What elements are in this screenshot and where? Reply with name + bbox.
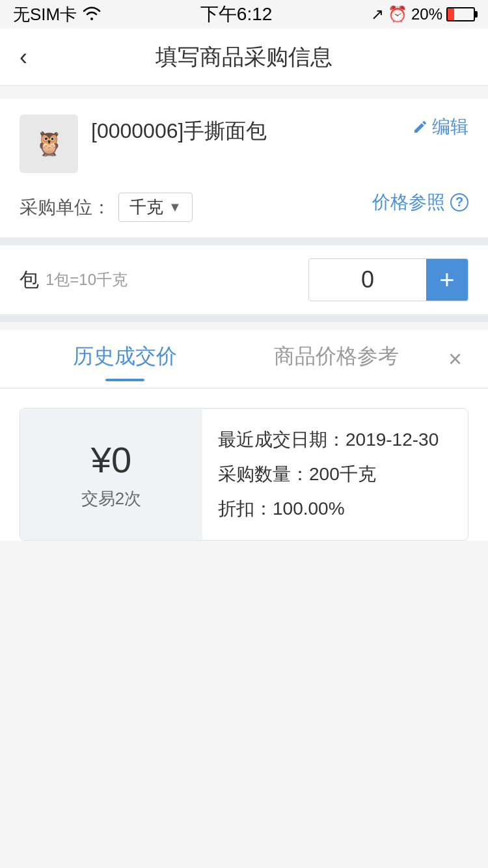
recent-date-value: 2019-12-30 — [346, 429, 439, 450]
carrier-label: 无SIM卡 — [13, 3, 77, 26]
battery-icon — [446, 7, 475, 21]
tab-history-price[interactable]: 历史成交价 — [20, 342, 230, 376]
location-icon: ↗ — [371, 5, 384, 23]
quantity-plus-button[interactable]: + — [426, 259, 468, 301]
discount-label: 折扣： — [218, 498, 273, 519]
alarm-icon: ⏰ — [388, 5, 407, 23]
price-ref-label: 价格参照 — [372, 190, 445, 215]
trade-count: 交易2次 — [81, 487, 141, 510]
product-thumbnail: 🦉 — [20, 115, 78, 173]
tabs-close-button[interactable]: × — [442, 346, 468, 373]
page-title: 填写商品采购信息 — [156, 42, 332, 72]
tabs-panel: 历史成交价 商品价格参考 × ¥0 交易2次 最近成交日期：2019-12-30… — [0, 330, 488, 541]
card-left: ¥0 交易2次 — [20, 409, 202, 540]
status-time: 下午6:12 — [200, 2, 273, 27]
tabs-header: 历史成交价 商品价格参考 × — [0, 330, 488, 388]
tab-product-price-ref[interactable]: 商品价格参考 — [230, 342, 441, 376]
product-header: 🦉 [0000006]手撕面包 编辑 — [20, 115, 468, 173]
quantity-input[interactable] — [309, 259, 426, 301]
edit-button[interactable]: 编辑 — [413, 115, 468, 139]
divider-1 — [0, 237, 488, 245]
status-left: 无SIM卡 — [13, 3, 102, 26]
history-card: ¥0 交易2次 最近成交日期：2019-12-30 采购数量：200千克 折扣：… — [20, 408, 468, 541]
product-left: 🦉 [0000006]手撕面包 — [20, 115, 267, 173]
card-right: 最近成交日期：2019-12-30 采购数量：200千克 折扣：100.00% — [202, 409, 468, 540]
recent-date-row: 最近成交日期：2019-12-30 — [218, 427, 452, 452]
status-right: ↗ ⏰ 20% — [371, 5, 475, 23]
unit-selector[interactable]: 千克 ▼ — [118, 193, 193, 222]
discount-row: 折扣：100.00% — [218, 496, 452, 521]
history-price: ¥0 — [91, 439, 131, 481]
status-bar: 无SIM卡 下午6:12 ↗ ⏰ 20% — [0, 0, 488, 29]
unit-row: 采购单位： 千克 ▼ — [20, 193, 193, 222]
package-hint: 1包=10千克 — [46, 269, 128, 290]
battery-percent: 20% — [411, 5, 442, 23]
unit-value: 千克 — [129, 196, 163, 219]
purchase-quantity-label: 采购数量： — [218, 464, 309, 484]
purchase-quantity-row: 采购数量：200千克 — [218, 461, 452, 487]
price-ref-button[interactable]: 价格参照 ? — [372, 190, 468, 215]
product-info: [0000006]手撕面包 — [91, 115, 267, 146]
edit-icon — [413, 119, 428, 135]
wifi-icon — [82, 5, 102, 25]
product-name: [0000006]手撕面包 — [91, 117, 267, 146]
nav-bar: ‹ 填写商品采购信息 — [0, 29, 488, 86]
quantity-row: 包 1包=10千克 + — [0, 245, 488, 314]
recent-date-label: 最近成交日期： — [218, 429, 346, 450]
unit-label: 采购单位： — [20, 195, 111, 220]
product-bottom-row: 采购单位： 千克 ▼ 价格参照 ? — [20, 182, 468, 222]
quantity-label: 包 1包=10千克 — [20, 267, 128, 293]
product-logo-icon: 🦉 — [34, 132, 64, 156]
dropdown-arrow-icon: ▼ — [169, 200, 182, 215]
back-button[interactable]: ‹ — [20, 44, 59, 71]
quantity-input-group: + — [308, 258, 468, 301]
edit-label: 编辑 — [432, 115, 468, 139]
purchase-quantity-value: 200千克 — [309, 464, 376, 484]
package-label: 包 — [20, 267, 39, 293]
help-icon: ? — [450, 193, 468, 211]
discount-value: 100.00% — [273, 498, 345, 519]
product-card: 🦉 [0000006]手撕面包 编辑 采购单位： 千克 ▼ 价格参照 — [0, 99, 488, 237]
divider-2 — [0, 314, 488, 322]
